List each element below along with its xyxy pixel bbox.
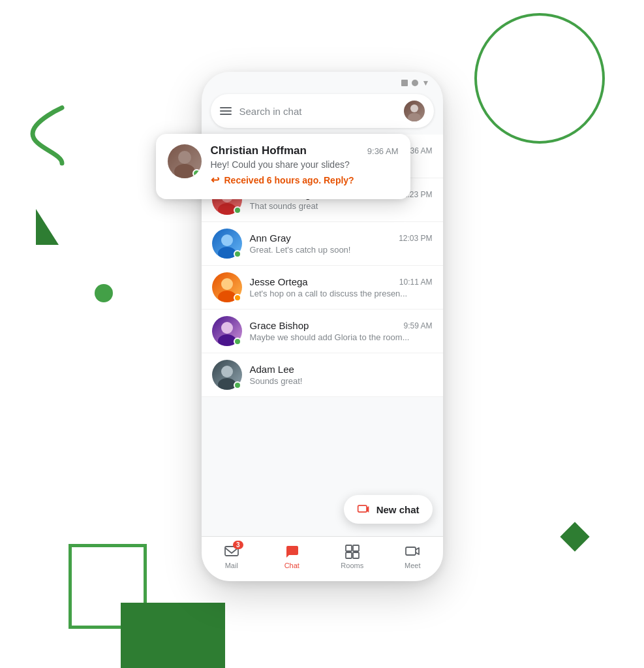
- notif-sender-name: Christian Hoffman: [211, 144, 307, 157]
- chat-item[interactable]: Ann Gray 12:03 PM Great. Let's catch up …: [202, 222, 443, 266]
- chat-preview: That sounds great: [250, 201, 433, 211]
- new-chat-icon: [357, 503, 370, 516]
- deco-diamond: [560, 522, 589, 551]
- deco-circle-outline: [474, 13, 605, 144]
- search-bar[interactable]: Search in chat: [211, 94, 434, 128]
- nav-icon-wrap-chat: [284, 543, 299, 559]
- phone-wrapper: Christian Hoffman 9:36 AM Hey! Could you…: [182, 33, 463, 601]
- online-status-dot: [234, 250, 241, 258]
- chat-time: 12:03 PM: [399, 234, 432, 243]
- nav-label-mail: Mail: [225, 562, 238, 569]
- status-arrow-icon: ▼: [422, 78, 430, 87]
- chat-item[interactable]: Adam Lee Sounds great!: [202, 353, 443, 397]
- search-input[interactable]: Search in chat: [239, 106, 396, 117]
- chat-name: Grace Bishop: [250, 320, 309, 331]
- nav-item-chat[interactable]: Chat: [272, 543, 311, 569]
- chat-info: Ann Gray 12:03 PM Great. Let's catch up …: [250, 232, 433, 255]
- deco-s-curve: [26, 101, 72, 167]
- notif-message: Hey! Could you share your slides?: [211, 159, 399, 170]
- notif-cta[interactable]: ↩ Received 6 hours ago. Reply?: [211, 174, 399, 186]
- chat-preview: Maybe we should add Gloria to the room..…: [250, 332, 433, 342]
- chat-preview: Let's hop on a call to discuss the prese…: [250, 289, 433, 298]
- status-bar: ▼: [202, 72, 443, 90]
- chat-name: Ann Gray: [250, 232, 291, 244]
- chat-info: Jesse Ortega 10:11 AM Let's hop on a cal…: [250, 276, 433, 298]
- nav-item-mail[interactable]: 3 Mail: [212, 543, 251, 569]
- status-square-icon: [401, 80, 408, 86]
- avatar-wrap: [212, 360, 242, 390]
- avatar-wrap: [212, 316, 242, 346]
- nav-icon-wrap-rooms: [345, 543, 360, 559]
- svg-rect-22: [406, 547, 416, 555]
- meet-icon: [405, 543, 420, 559]
- chat-info: Adam Lee Sounds great!: [250, 364, 433, 386]
- chat-info: Grace Bishop 9:59 AM Maybe we should add…: [250, 320, 433, 342]
- chat-preview: Great. Let's catch up soon!: [250, 245, 433, 255]
- status-dot-icon: [412, 80, 418, 86]
- online-status-dot: [234, 338, 241, 345]
- deco-triangle: [36, 209, 59, 245]
- svg-rect-21: [353, 552, 359, 558]
- notif-avatar: [168, 144, 202, 178]
- chat-item[interactable]: Jesse Ortega 10:11 AM Let's hop on a cal…: [202, 266, 443, 310]
- svg-point-8: [221, 234, 233, 246]
- nav-label-rooms: Rooms: [341, 562, 363, 569]
- nav-icon-wrap-mail: 3: [224, 543, 239, 559]
- svg-point-3: [408, 113, 421, 121]
- nav-icon-wrap-meet: [405, 543, 420, 559]
- busy-status-dot: [234, 294, 241, 302]
- svg-point-14: [221, 366, 233, 377]
- svg-rect-20: [346, 552, 352, 558]
- user-avatar[interactable]: [404, 101, 425, 121]
- chat-time: 9:59 AM: [403, 321, 432, 330]
- deco-circle-green: [95, 284, 113, 302]
- svg-point-10: [221, 278, 233, 290]
- svg-point-0: [178, 151, 191, 164]
- svg-point-1: [174, 164, 195, 178]
- nav-item-meet[interactable]: Meet: [393, 543, 432, 569]
- svg-rect-18: [346, 545, 352, 551]
- nav-label-meet: Meet: [405, 562, 420, 569]
- new-chat-label: New chat: [376, 504, 420, 515]
- bottom-nav: 3 Mail Chat: [202, 536, 443, 581]
- notification-card: Christian Hoffman 9:36 AM Hey! Could you…: [156, 134, 410, 199]
- chat-icon: [284, 543, 299, 559]
- online-status-dot: [234, 206, 241, 214]
- chat-name: Adam Lee: [250, 364, 294, 375]
- svg-point-2: [410, 104, 418, 112]
- nav-item-rooms[interactable]: Rooms: [333, 543, 372, 569]
- svg-point-12: [221, 322, 233, 334]
- avatar-wrap: [212, 272, 242, 302]
- hamburger-menu-icon[interactable]: [220, 107, 232, 115]
- chat-time: 10:11 AM: [399, 278, 433, 287]
- new-chat-fab[interactable]: New chat: [344, 495, 433, 524]
- svg-rect-19: [353, 545, 359, 551]
- chat-name: Jesse Ortega: [250, 276, 308, 287]
- chat-preview: Sounds great!: [250, 376, 433, 386]
- avatar-wrap: [212, 229, 242, 259]
- notif-time: 9:36 AM: [367, 146, 399, 156]
- reply-arrow-icon: ↩: [211, 174, 219, 186]
- rooms-icon: [345, 543, 360, 559]
- deco-rect-filled: [121, 603, 225, 668]
- svg-rect-16: [358, 505, 366, 512]
- nav-label-chat: Chat: [284, 562, 299, 569]
- chat-item[interactable]: Grace Bishop 9:59 AM Maybe we should add…: [202, 310, 443, 353]
- mail-badge: 3: [233, 541, 243, 549]
- online-status-dot: [234, 381, 241, 389]
